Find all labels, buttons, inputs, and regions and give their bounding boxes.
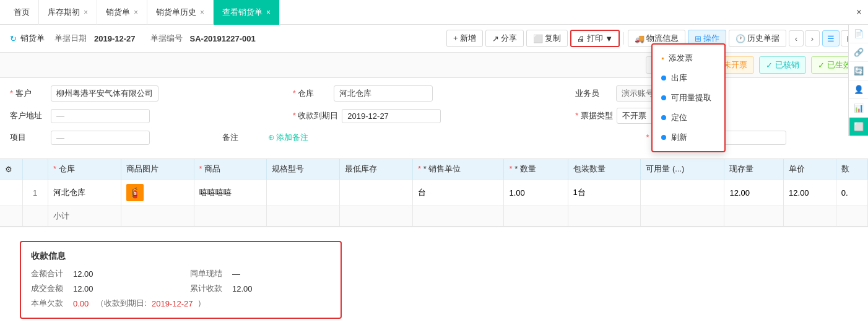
tab-check-sales-close[interactable]: ×: [266, 8, 271, 17]
quantity-label: 可用量提取: [671, 92, 711, 103]
approve-icon: ✓: [766, 61, 773, 70]
subtotal-pkg: [568, 206, 641, 227]
td-price: 12.00: [784, 180, 836, 206]
logistics-label: 物流信息: [646, 33, 679, 44]
dropdown-item-invoice[interactable]: ▪ 添发票: [653, 48, 724, 68]
subtotal-more: [836, 206, 867, 227]
toolbar2: 📱 来自手机 ● 未开票 ✓ 已核销 ✓ 已生效: [0, 53, 868, 78]
prev-arrow[interactable]: ‹: [789, 30, 804, 46]
settings-icon[interactable]: ⚙: [5, 165, 12, 174]
owed-extra: （收款到期日:: [96, 298, 147, 309]
project-value[interactable]: —: [51, 131, 150, 145]
list-view-btn[interactable]: ☰: [822, 30, 840, 46]
th-more: 数: [836, 159, 867, 180]
sidebar-icon-doc[interactable]: 📄: [849, 25, 868, 43]
share-button[interactable]: ↗ 分享: [485, 30, 524, 47]
tab-inventory-init[interactable]: 库存期初 ×: [39, 0, 97, 25]
approved-btn[interactable]: ✓ 已核销: [759, 56, 806, 74]
td-stock: 12.00: [724, 180, 784, 206]
th-min-stock: 最低库存: [340, 159, 413, 180]
tab-check-sales-label: 查看销货单: [222, 7, 263, 18]
note-add-icon: ⊕: [268, 132, 274, 142]
data-table: ⚙ 仓库 商品图片 商品 规格型号 最低库存 * 销售单位 * 数量 包装数量 …: [0, 159, 868, 227]
warehouse-field: 仓库 河北仓库: [293, 85, 576, 102]
th-stock: 现存量: [724, 159, 784, 180]
tab-sales-history[interactable]: 销货单历史 ×: [147, 0, 214, 25]
tab-sales-order-label: 销货单: [106, 7, 130, 18]
toolbar-divider: [623, 32, 624, 45]
approved-label: 已核销: [775, 59, 799, 71]
summary-section: 收款信息 金额合计 12.00 同单现结 — 成交金额 12.00 累计收款 1…: [0, 227, 868, 330]
summary-row-deal: 成交金额 12.00: [31, 283, 171, 294]
form-row-3: 项目 — 备注 ⊕ 添加备注 业务员孟 —: [10, 130, 858, 145]
th-price: 单价: [784, 159, 836, 180]
td-spec: [267, 180, 340, 206]
dropdown-item-refresh[interactable]: 刷新: [653, 128, 724, 147]
owed-date: 2019-12-27: [152, 299, 193, 308]
locate-label: 定位: [671, 112, 687, 123]
copy-button[interactable]: ⬜ 复制: [526, 30, 568, 47]
note-add-btn[interactable]: ⊕ 添加备注: [263, 130, 362, 145]
received-label: 累计收款: [190, 283, 227, 294]
sidebar-icon-chart[interactable]: 📊: [849, 99, 868, 118]
subtotal-spec: [267, 206, 340, 227]
print-icon: 🖨: [577, 34, 585, 43]
not-opened-label: 未开票: [723, 59, 747, 71]
tab-bar-close-btn[interactable]: ×: [856, 7, 862, 18]
th-unit: * 销售单位: [413, 159, 504, 180]
dropdown-item-outbound[interactable]: 出库: [653, 68, 724, 88]
tab-sales-history-close[interactable]: ×: [200, 8, 204, 17]
doc-meta: 单据日期 2019-12-27 单据编号 SA-20191227-001: [54, 33, 256, 44]
right-sidebar: 📄 🔗 🔄 👤 📊 ⬜: [848, 25, 868, 136]
main-area: ↻ 销货单 单据日期 2019-12-27 单据编号 SA-20191227-0…: [0, 25, 868, 330]
th-product-img: 商品图片: [121, 159, 194, 180]
summary-row-total: 金额合计 12.00: [31, 268, 171, 279]
next-arrow[interactable]: ›: [805, 30, 820, 46]
tab-home[interactable]: 首页: [5, 0, 39, 25]
due-date-value[interactable]: 2019-12-27: [342, 109, 441, 123]
summary-box: 收款信息 金额合计 12.00 同单现结 — 成交金额 12.00 累计收款 1…: [20, 241, 342, 319]
customer-value[interactable]: 柳州粤港平安气体有限公司: [51, 85, 158, 102]
address-field: 客户地址 —: [10, 109, 293, 123]
tab-sales-order-close[interactable]: ×: [134, 8, 138, 17]
subtotal-price: [784, 206, 836, 227]
refresh-dot: [661, 135, 666, 140]
dropdown-menu: ▪ 添发票 出库 可用量提取 定位 刷新: [651, 43, 726, 152]
summary-row-owed: 本单欠款 0.00 （收款到期日: 2019-12-27 ）: [31, 298, 331, 309]
logistics-icon: 🚚: [635, 34, 644, 43]
sidebar-icon-expand[interactable]: ⬜: [849, 118, 868, 136]
address-value[interactable]: —: [51, 109, 150, 123]
warehouse-value[interactable]: 河北仓库: [334, 85, 433, 102]
summary-row-settle: 同单现结 —: [190, 268, 331, 279]
tab-sales-order[interactable]: 销货单 ×: [97, 0, 147, 25]
sidebar-icon-refresh[interactable]: 🔄: [849, 62, 868, 80]
td-product-img: 🧯: [121, 180, 194, 206]
print-button[interactable]: 🖨 打印 ▼: [570, 30, 620, 47]
td-warehouse: 河北仓库: [48, 180, 121, 206]
effective-icon: ✓: [818, 61, 825, 70]
doc-date-value: 2019-12-27: [94, 34, 136, 43]
invoice-label: 添发票: [669, 53, 693, 64]
locate-dot: [661, 115, 666, 120]
tab-check-sales[interactable]: 查看销货单 ×: [214, 0, 280, 25]
tab-inventory-init-close[interactable]: ×: [84, 8, 88, 17]
new-button[interactable]: + 新增: [446, 30, 483, 47]
th-available: 可用量 (...): [641, 159, 724, 180]
address-label: 客户地址: [10, 110, 47, 121]
td-more: 0.: [836, 180, 867, 206]
form-row-2: 客户地址 — 收款到期日 2019-12-27 票据类型 不开票: [10, 108, 858, 124]
product-thumbnail: 🧯: [126, 184, 144, 201]
copy-icon: ⬜: [533, 34, 543, 43]
tab-bar: 首页 库存期初 × 销货单 × 销货单历史 × 查看销货单 × ×: [0, 0, 868, 25]
th-qty: * 数量: [504, 159, 568, 180]
settle-value: —: [232, 269, 240, 279]
history-button[interactable]: 🕐 历史单据: [729, 30, 786, 47]
total-value: 12.00: [73, 269, 93, 279]
dropdown-item-locate[interactable]: 定位: [653, 108, 724, 128]
form-row-1: 客户 柳州粤港平安气体有限公司 仓库 河北仓库 业务员 演示账号: [10, 85, 858, 102]
subtotal-num: [22, 206, 48, 227]
sidebar-icon-link[interactable]: 🔗: [849, 43, 868, 62]
dropdown-item-quantity[interactable]: 可用量提取: [653, 88, 724, 108]
quantity-dot: [661, 95, 666, 100]
sidebar-icon-user[interactable]: 👤: [849, 80, 868, 99]
